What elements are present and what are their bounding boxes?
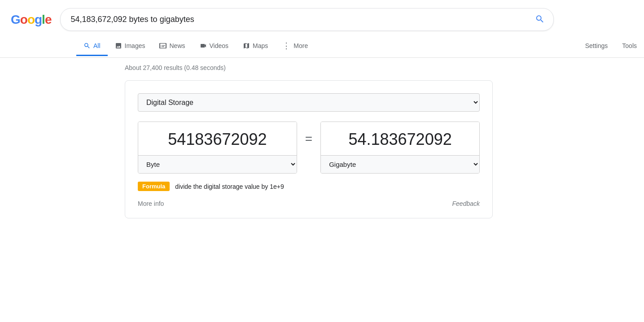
converter-card: Digital Storage Length Area Volume Tempe… [125, 80, 493, 218]
maps-tab-icon [243, 42, 250, 49]
to-value-input[interactable] [321, 122, 479, 155]
converter-row: Bit Byte Kilobyte Megabyte Gigabyte Tera… [138, 122, 480, 174]
videos-tab-icon [200, 42, 207, 49]
results-summary: About 27,400 results (0.48 seconds) [0, 58, 644, 77]
settings-label: Settings [585, 42, 608, 49]
category-select[interactable]: Digital Storage Length Area Volume Tempe… [138, 93, 480, 112]
tab-news-label: News [169, 42, 185, 49]
news-tab-icon [159, 42, 166, 49]
tab-news[interactable]: News [152, 37, 192, 56]
settings-button[interactable]: Settings [578, 37, 615, 56]
results-count: About 27,400 results (0.48 seconds) [125, 64, 226, 71]
formula-text: divide the digital storage value by 1e+9 [175, 183, 284, 190]
category-select-wrap: Digital Storage Length Area Volume Tempe… [138, 93, 480, 112]
feedback-link[interactable]: Feedback [452, 200, 480, 207]
to-unit-box: Bit Byte Kilobyte Megabyte Gigabyte Tera… [320, 122, 480, 174]
from-value-input[interactable] [138, 122, 297, 155]
tab-all[interactable]: All [76, 37, 108, 56]
from-unit-box: Bit Byte Kilobyte Megabyte Gigabyte Tera… [138, 122, 297, 174]
logo-g: G [11, 13, 20, 27]
tab-all-label: All [93, 42, 101, 49]
logo-l: l [42, 13, 45, 27]
tab-videos[interactable]: Videos [193, 37, 236, 56]
tab-maps[interactable]: Maps [236, 37, 275, 56]
tab-more-label: More [294, 42, 308, 49]
tab-maps-label: Maps [253, 42, 268, 49]
google-logo[interactable]: Google [11, 13, 51, 27]
logo-o1: o [20, 13, 27, 27]
tab-images-label: Images [125, 42, 145, 49]
tools-label: Tools [622, 42, 637, 49]
tab-images[interactable]: Images [108, 37, 153, 56]
settings-tools-group: Settings Tools [578, 37, 644, 56]
search-icon [535, 14, 545, 24]
to-unit-select[interactable]: Bit Byte Kilobyte Megabyte Gigabyte Tera… [321, 155, 479, 173]
equals-sign: = [297, 132, 320, 146]
formula-badge: Formula [138, 182, 170, 191]
images-tab-icon [115, 42, 122, 49]
logo-e: e [45, 13, 52, 27]
more-info-link[interactable]: More info [138, 200, 164, 207]
logo-o2: o [27, 13, 35, 27]
header: Google [0, 0, 644, 31]
search-button[interactable] [533, 12, 547, 27]
logo-g2: g [35, 13, 42, 27]
more-tab-icon: ⋮ [282, 41, 291, 51]
tab-videos-label: Videos [210, 42, 229, 49]
card-footer: More info Feedback [138, 199, 480, 207]
tab-more[interactable]: ⋮ More [275, 35, 315, 57]
search-bar-container [60, 8, 554, 31]
tools-button[interactable]: Tools [615, 37, 644, 56]
nav-tabs: All Images News Videos Maps ⋮ More Setti… [0, 35, 644, 58]
from-unit-select[interactable]: Bit Byte Kilobyte Megabyte Gigabyte Tera… [138, 155, 297, 173]
formula-row: Formula divide the digital storage value… [138, 182, 480, 191]
all-tab-icon [83, 42, 91, 49]
search-input[interactable] [60, 8, 554, 31]
